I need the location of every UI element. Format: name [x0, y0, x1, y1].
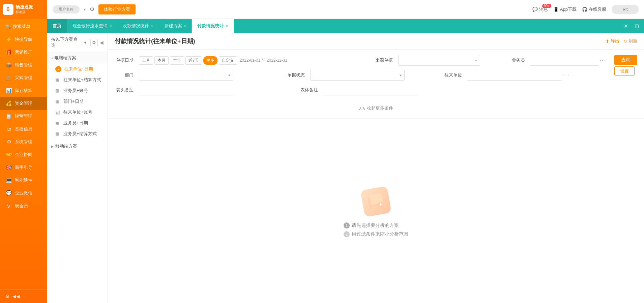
- topbar-user-display[interactable]: 用户名称: [53, 5, 80, 13]
- sidebar-item-inventory[interactable]: 📊 库存核算: [0, 84, 47, 97]
- staff-input[interactable]: [530, 55, 598, 66]
- mobile-scheme-group: ▶ 移动端方案: [47, 141, 108, 152]
- tab-payment-stats-close[interactable]: ×: [226, 24, 228, 28]
- scheme-collapse-button[interactable]: ◀: [100, 40, 104, 45]
- scheme-panel-title: 按以下方案查询: [51, 36, 80, 49]
- funds-icon: 💰: [5, 100, 12, 107]
- filter-settings-button[interactable]: 设置: [614, 66, 635, 76]
- sidebar-item-label: 新手引导: [15, 164, 32, 171]
- scheme-item-chart-icon: 📊: [55, 110, 61, 115]
- sidebar-item-enterprise[interactable]: 🤝 企业协同: [0, 148, 47, 161]
- tab-expand-button[interactable]: ⊡: [632, 21, 641, 31]
- scheme-item-label: 业务员+账号: [63, 88, 88, 94]
- source-filter-label: 来源单据: [374, 57, 393, 63]
- scheme-item-staff-account[interactable]: ▦ 业务员+账号: [47, 85, 108, 96]
- sidebar-item-funds[interactable]: 💰 资金管理: [0, 97, 47, 110]
- topbar-trial-button[interactable]: 体验行业方案: [98, 4, 136, 14]
- page-header: 付款情况统计(往来单位+日期) ⬆ 导出 ↻ 刷新: [108, 33, 644, 50]
- mobile-group-header[interactable]: ▶ 移动端方案: [47, 141, 108, 152]
- tab-receipt-stats[interactable]: 收款情况统计 ×: [117, 19, 159, 33]
- scheme-item-partner-date[interactable]: ● 往来单位+日期: [47, 64, 108, 74]
- sidebar-item-basic-info[interactable]: 🗂 基础信息: [0, 123, 47, 135]
- purchase-icon: 🛒: [5, 75, 12, 81]
- header-note-label: 表头备注: [115, 87, 134, 93]
- settings-footer-icon[interactable]: ⚙: [5, 294, 10, 299]
- sidebar-item-wechat[interactable]: 💬 企业微信: [0, 187, 47, 200]
- tab-new-scheme[interactable]: 新建方案 ×: [159, 19, 192, 33]
- tab-payment-stats-label: 付款情况统计: [197, 23, 224, 29]
- tab-close-all-button[interactable]: ✕: [621, 21, 631, 31]
- system-icon: ⚙: [5, 139, 12, 145]
- sidebar-item-operations[interactable]: 📋 经营管理: [0, 110, 47, 123]
- tab-home[interactable]: 首页: [47, 19, 67, 33]
- collapse-sidebar-icon[interactable]: ◀◀: [12, 294, 20, 299]
- query-button[interactable]: 查询: [614, 55, 637, 65]
- topbar-dropdown-arrow[interactable]: ▾: [84, 7, 86, 12]
- marketing-icon: 🎁: [5, 49, 12, 55]
- scheme-add-button[interactable]: +: [82, 39, 89, 46]
- sales-icon: 📦: [5, 62, 12, 68]
- body-note-label: 表体备注: [299, 87, 318, 93]
- scheme-item-dept-date[interactable]: ▦ 部门+日期: [47, 96, 108, 107]
- message-icon: 💬: [532, 7, 538, 12]
- desktop-group-header[interactable]: ▾ 电脑端方案: [47, 52, 108, 64]
- topbar-message-button[interactable]: 💬 消息 99+: [532, 6, 548, 12]
- topbar-service-button[interactable]: 🎧 在线客服: [582, 6, 606, 12]
- staff-more-btn[interactable]: ···: [600, 57, 606, 63]
- partner-input[interactable]: [467, 70, 562, 81]
- doc-status-select[interactable]: ▾: [310, 70, 405, 81]
- empty-tip-2: 2 用过滤条件来缩小分析范围: [344, 231, 408, 237]
- sidebar-item-sales[interactable]: 📦 销售管理: [0, 59, 47, 71]
- sidebar-item-label: 经营管理: [15, 113, 32, 119]
- topbar: 用户名称 ▾ ⚙ 体验行业方案 💬 消息 99+ 📱 App下载 🎧 在线客服 …: [47, 0, 644, 19]
- date-btn-more[interactable]: 更多: [203, 56, 217, 65]
- tab-payment-stats[interactable]: 付款情况统计 ×: [192, 19, 233, 33]
- sidebar-item-marketing[interactable]: 🎁 营销推广: [0, 46, 47, 59]
- date-btn-7days[interactable]: 近7天: [185, 56, 202, 65]
- sidebar-item-vip[interactable]: V 畅会员: [0, 200, 47, 212]
- scheme-item-partner-settle[interactable]: ▦ 往来单位+结算方式: [47, 74, 108, 85]
- tab-receipt-stats-close[interactable]: ×: [151, 24, 153, 28]
- date-btn-last-month[interactable]: 上月: [139, 56, 153, 65]
- header-note-input[interactable]: [139, 85, 233, 95]
- scheme-settings-button[interactable]: ⚙: [90, 39, 98, 46]
- source-select[interactable]: ▾: [398, 55, 480, 66]
- scheme-item-staff-date[interactable]: ▦ 业务员+日期: [47, 118, 108, 128]
- enterprise-icon: 🤝: [5, 152, 12, 158]
- body-note-input[interactable]: [323, 85, 418, 95]
- sidebar-item-label: 营销推广: [15, 49, 32, 55]
- tab-bank-flow-label: 现金银行流水查询: [72, 23, 108, 29]
- scheme-panel: 按以下方案查询 + ⚙ ◀ ▾ 电脑端方案 ● 往来单位+日期 ▦ 往: [47, 33, 108, 303]
- dept-select[interactable]: ▾: [139, 70, 233, 81]
- tab-new-scheme-close[interactable]: ×: [184, 24, 186, 28]
- sidebar-item-quick-nav[interactable]: ⚡ 快捷导航: [0, 33, 47, 46]
- scheme-item-partner-account[interactable]: 📊 往来单位+账号: [47, 107, 108, 118]
- sidebar-item-hardware[interactable]: 💻 智能硬件: [0, 174, 47, 187]
- sidebar-item-system[interactable]: ⚙ 系统管理: [0, 135, 47, 148]
- tab-bank-flow-close[interactable]: ×: [110, 24, 112, 28]
- sidebar-item-guide[interactable]: 🎯 新手引导: [0, 161, 47, 174]
- scheme-item-staff-settle[interactable]: ▦ 业务员+结算方式: [47, 128, 108, 139]
- partner-more-btn[interactable]: ···: [563, 72, 569, 78]
- partner-filter-label: 往来单位: [443, 72, 462, 78]
- filter-row-3: 表头备注 表体备注: [115, 85, 606, 95]
- date-btn-this-month[interactable]: 本月: [154, 56, 169, 65]
- mobile-group-chevron: ▶: [51, 145, 54, 148]
- export-button[interactable]: ⬆ 导出: [606, 38, 619, 44]
- scheme-item-label: 业务员+日期: [63, 120, 88, 126]
- topbar-user-button[interactable]: Rit: [612, 5, 639, 14]
- topbar-app-download-button[interactable]: 📱 App下载: [553, 6, 577, 12]
- date-range-display: 2022-01-01 至 2022-12-31: [240, 58, 287, 63]
- topbar-gear-icon[interactable]: ⚙: [90, 6, 94, 12]
- scheme-item-label: 业务员+结算方式: [63, 131, 97, 137]
- sidebar-item-purchase[interactable]: 🛒 采购管理: [0, 71, 47, 84]
- sidebar-search-area[interactable]: 🔍 搜索菜单: [0, 20, 47, 33]
- date-btn-this-year[interactable]: 本年: [170, 56, 184, 65]
- tab-bank-flow[interactable]: 现金银行流水查询 ×: [67, 19, 117, 33]
- refresh-button[interactable]: ↻ 刷新: [623, 38, 637, 44]
- topbar-right-area: 💬 消息 99+ 📱 App下载 🎧 在线客服 Rit: [532, 5, 639, 14]
- collapse-more-button[interactable]: ∧∧ 收起更多条件: [359, 102, 393, 114]
- date-btn-custom[interactable]: 自定义: [219, 56, 237, 65]
- scheme-active-indicator: ●: [55, 66, 61, 72]
- scheme-panel-header: 按以下方案查询 + ⚙ ◀: [47, 33, 108, 52]
